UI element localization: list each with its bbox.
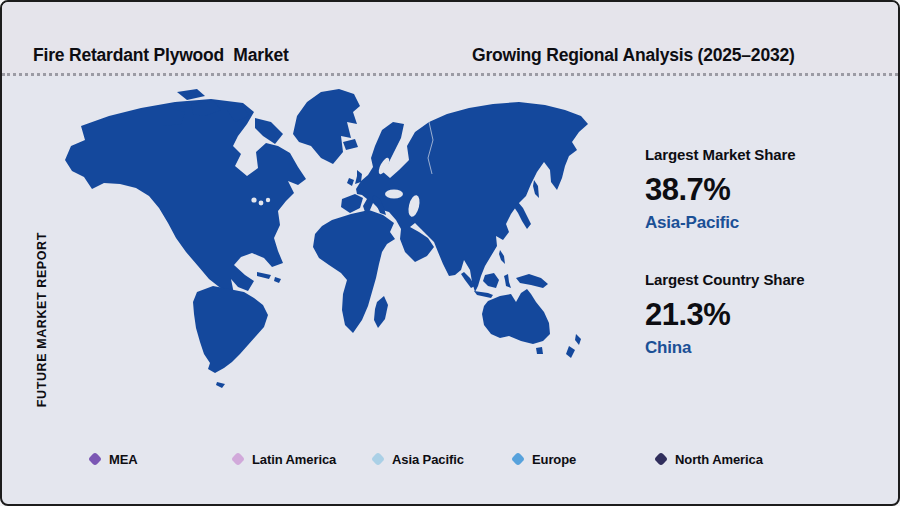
legend-item-asia-pacific: Asia Pacific <box>373 448 464 470</box>
market-share-label: Largest Market Share <box>645 146 875 163</box>
report-subtitle: Growing Regional Analysis (2025–2032) <box>472 45 795 66</box>
region-legend: MEALatin AmericaAsia PacificEuropeNorth … <box>2 448 900 472</box>
world-map <box>57 82 597 427</box>
legend-label: Asia Pacific <box>392 452 464 467</box>
infographic-frame: Fire Retardant Plywood Market Growing Re… <box>0 0 900 506</box>
header-band: Fire Retardant Plywood Market Growing Re… <box>2 2 898 76</box>
legend-diamond-icon <box>654 452 668 466</box>
country-share-value: 21.3% <box>645 297 875 333</box>
legend-label: MEA <box>109 452 138 467</box>
legend-diamond-icon <box>88 452 102 466</box>
legend-diamond-icon <box>231 452 245 466</box>
legend-label: North America <box>675 452 763 467</box>
legend-item-europe: Europe <box>513 448 576 470</box>
country-share-region: China <box>645 338 875 358</box>
country-share-label: Largest Country Share <box>645 271 875 288</box>
landmasses <box>65 89 588 388</box>
legend-label: Europe <box>532 452 576 467</box>
publisher-vertical-label: FUTURE MARKET REPORT <box>32 230 52 410</box>
market-title: Fire Retardant Plywood Market <box>33 45 289 66</box>
stats-panel: Largest Market Share 38.7% Asia-Pacific … <box>645 146 875 358</box>
legend-diamond-icon <box>371 452 385 466</box>
legend-label: Latin America <box>252 452 336 467</box>
world-map-svg <box>57 82 597 427</box>
country-share-block: Largest Country Share 21.3% China <box>645 271 875 358</box>
legend-item-latin-america: Latin America <box>233 448 336 470</box>
legend-diamond-icon <box>511 452 525 466</box>
legend-item-mea: MEA <box>90 448 138 470</box>
market-share-region: Asia-Pacific <box>645 213 875 233</box>
market-share-block: Largest Market Share 38.7% Asia-Pacific <box>645 146 875 233</box>
market-share-value: 38.7% <box>645 172 875 208</box>
legend-item-north-america: North America <box>656 448 763 470</box>
